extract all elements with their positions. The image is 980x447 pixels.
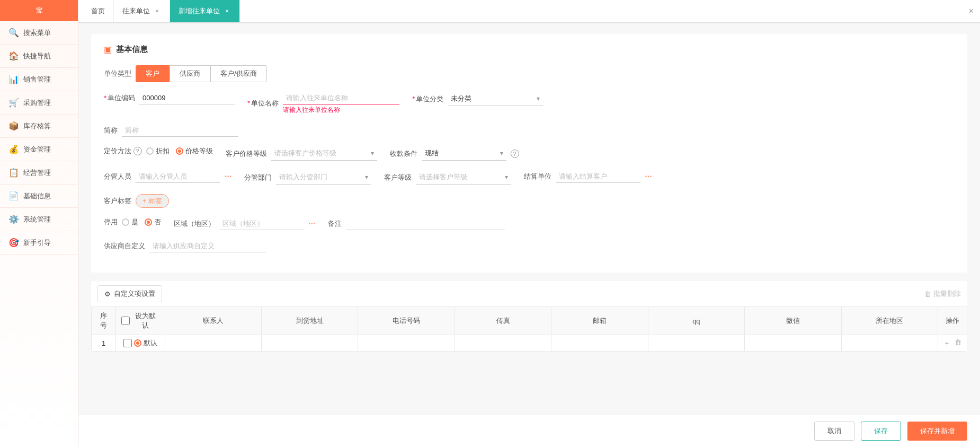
system-icon: ⚙️ <box>8 214 19 224</box>
cell-seq: 1 <box>92 335 116 352</box>
save-button[interactable]: 保存 <box>861 422 901 441</box>
cancel-button[interactable]: 取消 <box>814 422 854 441</box>
tab-partner[interactable]: 往来单位 × <box>114 0 170 22</box>
pricing-radio-discount[interactable]: 折扣 <box>146 146 170 156</box>
settlement-more-icon[interactable]: ··· <box>645 172 652 181</box>
unit-type-btn-both[interactable]: 客户/供应商 <box>210 65 267 82</box>
contacts-table: 序号 设为默认 联系人 到货地址 电话号码 传真 邮箱 qq <box>91 306 967 352</box>
unit-type-field: 单位类型 客户 供应商 客户/供应商 <box>104 65 267 82</box>
operation-icon: 📋 <box>8 168 19 178</box>
custom-settings-button[interactable]: ⚙ 自定义项设置 <box>97 285 162 302</box>
sidebar-item-label: 新手引导 <box>23 238 51 248</box>
abbreviation-input[interactable] <box>122 124 238 137</box>
cell-wechat[interactable] <box>745 335 841 352</box>
unit-name-label: *单位名称 <box>247 99 279 108</box>
customer-level-select[interactable]: 请选择客户等级 ▾ <box>416 170 511 185</box>
qq-input[interactable] <box>654 339 739 347</box>
sidebar-item-operation[interactable]: 📋 经营管理 <box>0 161 78 185</box>
unit-name-input[interactable] <box>283 92 399 104</box>
default-radio[interactable]: 默认 <box>134 338 157 348</box>
email-input[interactable] <box>557 339 642 347</box>
pricing-radio-level[interactable]: 价格等级 <box>176 146 213 156</box>
save-new-button[interactable]: 保存并新增 <box>907 422 967 441</box>
cell-contact[interactable] <box>165 335 261 352</box>
settlement-unit-input[interactable] <box>556 170 640 183</box>
delete-row-icon[interactable]: 🗑 <box>955 338 961 348</box>
sidebar-item-purchase[interactable]: 🛒 采购管理 <box>0 91 78 115</box>
cell-email[interactable] <box>551 335 648 352</box>
region-more-icon[interactable]: ··· <box>308 219 315 229</box>
phone-input[interactable] <box>363 339 449 347</box>
sidebar-item-inventory[interactable]: 📦 库存核算 <box>0 115 78 138</box>
cell-default: 默认 <box>116 335 165 352</box>
unit-category-field: *单位分类 未分类 ▾ <box>412 92 543 106</box>
unit-code-input[interactable] <box>139 92 235 104</box>
contact-input[interactable] <box>171 339 256 347</box>
customer-tag-label: 客户标签 <box>104 196 131 206</box>
pricing-help-icon[interactable]: ? <box>133 147 142 155</box>
sidebar-item-basic-info[interactable]: 📄 基础信息 <box>0 185 78 208</box>
disabled-radio-group: 是 否 <box>122 217 161 227</box>
select-all-checkbox[interactable] <box>121 317 130 325</box>
sidebar-item-search[interactable]: 🔍 搜索菜单 <box>0 21 78 45</box>
col-address: 到货地址 <box>261 307 358 335</box>
add-tag-button[interactable]: + 标签 <box>136 194 169 208</box>
sidebar-item-guide[interactable]: 🎯 新手引导 <box>0 231 78 255</box>
unit-type-btn-customer[interactable]: 客户 <box>136 65 170 82</box>
section-title: 基本信息 <box>116 45 148 55</box>
sidebar-item-system[interactable]: ⚙️ 系统管理 <box>0 208 78 231</box>
payment-help-icon[interactable]: ? <box>511 150 519 158</box>
form-row-unit-type: 单位类型 客户 供应商 客户/供应商 <box>104 65 955 82</box>
form-row-tags: 客户标签 + 标签 <box>104 194 955 208</box>
section-icon: ▣ <box>104 45 112 55</box>
unit-type-label: 单位类型 <box>104 69 131 78</box>
remark-input[interactable] <box>346 217 505 230</box>
sidebar-item-label: 搜索菜单 <box>23 28 51 38</box>
col-fax: 传真 <box>455 307 551 335</box>
disabled-radio-no[interactable]: 否 <box>145 217 161 227</box>
col-region: 所在地区 <box>841 307 938 335</box>
tab-home[interactable]: 首页 <box>83 0 114 22</box>
sidebar-item-finance[interactable]: 💰 资金管理 <box>0 138 78 161</box>
guide-icon: 🎯 <box>8 238 19 248</box>
region-cell-input[interactable] <box>847 339 932 347</box>
row-checkbox[interactable] <box>123 339 132 347</box>
window-close-icon[interactable]: × <box>969 6 974 16</box>
cell-qq[interactable] <box>648 335 744 352</box>
cell-region[interactable] <box>841 335 938 352</box>
region-input[interactable] <box>219 217 304 230</box>
tab-new-partner-close[interactable]: × <box>223 6 231 16</box>
unit-type-btn-supplier[interactable]: 供应商 <box>170 65 210 82</box>
payment-terms-select[interactable]: 现结 ▾ <box>422 146 506 161</box>
disabled-radio-yes[interactable]: 是 <box>122 217 138 227</box>
manager-more-icon[interactable]: ··· <box>225 172 231 181</box>
pricing-radio-group: 折扣 价格等级 <box>146 146 213 156</box>
unit-category-label: *单位分类 <box>412 94 443 104</box>
fax-input[interactable] <box>460 339 546 347</box>
level-radio-circle <box>176 147 183 155</box>
unit-category-select[interactable]: 未分类 ▾ <box>448 92 543 106</box>
sidebar-item-quick-nav[interactable]: 🏠 快捷导航 <box>0 45 78 68</box>
manager-input[interactable] <box>136 170 220 183</box>
address-input[interactable] <box>267 339 352 347</box>
tab-new-partner[interactable]: 新增往来单位 × <box>170 0 240 22</box>
batch-delete-button[interactable]: 🗑 批量删除 <box>924 289 961 299</box>
supplier-custom-input[interactable] <box>149 240 266 252</box>
col-qq: qq <box>648 307 744 335</box>
department-select[interactable]: 请输入分管部门 ▾ <box>276 170 371 185</box>
sidebar-item-sales[interactable]: 📊 销售管理 <box>0 68 78 91</box>
wechat-input[interactable] <box>750 339 835 347</box>
cell-address[interactable] <box>261 335 358 352</box>
gear-icon: ⚙ <box>104 290 111 298</box>
category-arrow-icon: ▾ <box>537 95 540 102</box>
customer-price-label: 客户价格等级 <box>226 149 267 159</box>
customer-price-select[interactable]: 请选择客户价格等级 ▾ <box>271 146 377 161</box>
add-row-icon[interactable]: ＋ <box>943 338 950 348</box>
main-area: 首页 往来单位 × 新增往来单位 × × ▣ 基本信息 单位类型 客户 <box>78 0 980 447</box>
col-wechat: 微信 <box>745 307 841 335</box>
col-action: 操作 <box>938 307 967 335</box>
cell-phone[interactable] <box>358 335 455 352</box>
tab-partner-close[interactable]: × <box>153 6 161 16</box>
cell-fax[interactable] <box>455 335 551 352</box>
supplier-custom-field: 供应商自定义 <box>104 240 266 252</box>
